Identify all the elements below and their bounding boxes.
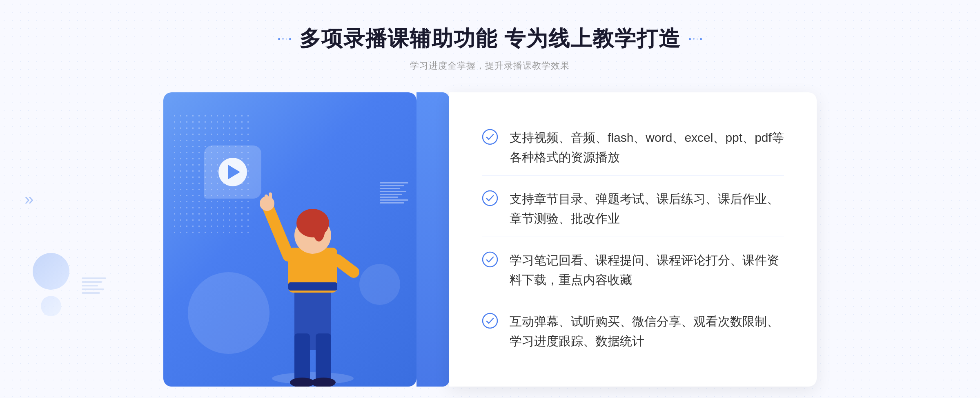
feature-item-1: 支持视频、音频、flash、word、excel、ppt、pdf等各种格式的资源…	[482, 120, 784, 176]
left-arrow-deco: »	[24, 190, 33, 208]
svg-rect-14	[269, 192, 272, 204]
svg-rect-9	[294, 333, 310, 382]
svg-point-5	[313, 217, 325, 241]
deco-circle-1	[33, 253, 69, 290]
check-icon-3	[482, 251, 498, 268]
deco-dots-left	[278, 38, 291, 40]
human-figure	[256, 174, 370, 387]
feature-text-1: 支持视频、音频、flash、word、excel、ppt、pdf等各种格式的资源…	[510, 128, 784, 167]
check-icon-1	[482, 129, 498, 145]
blue-side-panel	[416, 92, 449, 387]
deco-circle-2	[41, 296, 61, 316]
svg-rect-13	[265, 195, 268, 205]
svg-rect-10	[316, 333, 331, 382]
svg-point-16	[483, 130, 497, 144]
title-row: 多项录播课辅助功能 专为线上教学打造	[278, 25, 702, 53]
chevron-right-icon: »	[24, 190, 33, 208]
feature-text-3: 学习笔记回看、课程提问、课程评论打分、课件资料下载，重点内容收藏	[510, 250, 784, 290]
svg-rect-15	[288, 282, 337, 291]
svg-line-7	[337, 260, 354, 272]
feature-text-2: 支持章节目录、弹题考试、课后练习、课后作业、章节测验、批改作业	[510, 189, 784, 228]
play-button-icon	[218, 158, 247, 186]
svg-point-19	[483, 313, 497, 328]
feature-item-3: 学习笔记回看、课程提问、课程评论打分、课件资料下载，重点内容收藏	[482, 242, 784, 298]
svg-point-18	[483, 252, 497, 267]
content-area: 支持视频、音频、flash、word、excel、ppt、pdf等各种格式的资源…	[163, 92, 817, 387]
feature-text-4: 互动弹幕、试听购买、微信分享、观看次数限制、学习进度跟踪、数据统计	[510, 312, 784, 351]
feature-item-4: 互动弹幕、试听购买、微信分享、观看次数限制、学习进度跟踪、数据统计	[482, 304, 784, 359]
deco-dots-right	[689, 38, 702, 40]
svg-line-6	[268, 207, 288, 256]
decorative-circles	[33, 253, 69, 316]
check-icon-2	[482, 190, 498, 206]
illustration-panel	[163, 92, 416, 387]
decorative-lines-outer	[82, 277, 106, 296]
feature-item-2: 支持章节目录、弹题考试、课后练习、课后作业、章节测验、批改作业	[482, 181, 784, 237]
page-subtitle: 学习进度全掌握，提升录播课教学效果	[278, 60, 702, 72]
page-title: 多项录播课辅助功能 专为线上教学打造	[299, 25, 681, 53]
page-container: 多项录播课辅助功能 专为线上教学打造 学习进度全掌握，提升录播课教学效果	[0, 0, 980, 398]
header-section: 多项录播课辅助功能 专为线上教学打造 学习进度全掌握，提升录播课教学效果	[278, 25, 702, 72]
panel-deco-lines	[380, 182, 408, 203]
play-triangle	[228, 165, 240, 179]
play-bubble	[204, 145, 261, 199]
svg-point-17	[483, 191, 497, 206]
features-panel: 支持视频、音频、flash、word、excel、ppt、pdf等各种格式的资源…	[449, 92, 817, 387]
check-icon-4	[482, 313, 498, 329]
